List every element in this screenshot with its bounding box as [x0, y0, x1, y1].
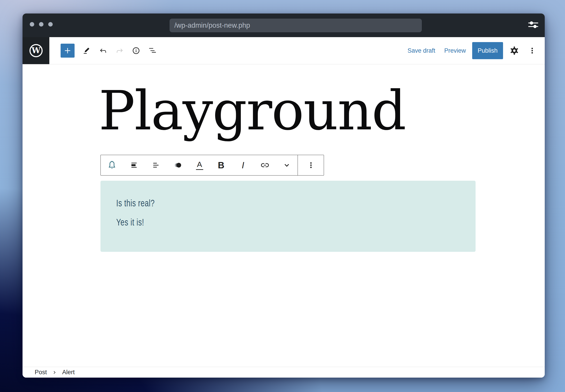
- pencil-icon: [82, 46, 91, 55]
- block-inserter-button[interactable]: [60, 44, 74, 58]
- highlight-color-icon: A: [196, 160, 203, 170]
- save-draft-button[interactable]: Save draft: [408, 47, 435, 54]
- editor-header-tools: [60, 37, 158, 64]
- window-minimize-dot[interactable]: [39, 22, 44, 27]
- link-icon: [259, 161, 270, 169]
- text-align-left-icon: [151, 161, 160, 170]
- block-options-button[interactable]: [298, 155, 324, 175]
- kebab-icon: [306, 161, 315, 170]
- window-zoom-dot[interactable]: [48, 22, 53, 27]
- post-title[interactable]: Playground: [99, 84, 406, 138]
- chevron-down-icon: [283, 161, 291, 169]
- svg-text:W: W: [31, 46, 41, 55]
- wordpress-logo-icon: W: [29, 44, 43, 58]
- alert-paragraph-2[interactable]: Yes it is!: [116, 216, 374, 228]
- align-none-button[interactable]: [123, 155, 145, 175]
- editor-header-actions: Save draft Preview Publish: [408, 37, 545, 64]
- breadcrumb-chevron-icon: [53, 371, 56, 374]
- undo-button[interactable]: [98, 45, 109, 56]
- more-rich-text-button[interactable]: [276, 155, 297, 175]
- redo-icon: [115, 46, 124, 55]
- text-align-button[interactable]: [145, 155, 167, 175]
- window-titlebar: /wp-admin/post-new.php: [23, 14, 545, 37]
- duotone-filter-button[interactable]: [167, 155, 189, 175]
- align-none-icon: [130, 161, 139, 170]
- highlight-color-button[interactable]: A: [189, 155, 210, 175]
- list-view-icon: [148, 46, 157, 55]
- alert-block-type-button[interactable]: [101, 155, 123, 175]
- settings-button[interactable]: [509, 45, 520, 56]
- redo-button[interactable]: [114, 45, 125, 56]
- tools-button[interactable]: [81, 45, 92, 56]
- window-close-dot[interactable]: [30, 22, 34, 27]
- sliders-icon-glyph: [527, 20, 539, 30]
- info-icon: [132, 46, 141, 55]
- gear-icon: [509, 46, 519, 56]
- list-view-button[interactable]: [147, 45, 158, 56]
- bold-icon: B: [218, 160, 224, 170]
- editor-canvas: Playground: [23, 64, 545, 367]
- breadcrumb-bar: Post Alert: [23, 367, 545, 378]
- browser-window: /wp-admin/post-new.php W: [23, 14, 545, 378]
- url-text: /wp-admin/post-new.php: [174, 21, 250, 29]
- editor-header: W: [23, 37, 545, 64]
- italic-button[interactable]: I: [232, 155, 254, 175]
- link-button[interactable]: [254, 155, 276, 175]
- details-button[interactable]: [131, 45, 141, 56]
- desktop-background: /wp-admin/post-new.php W: [0, 0, 565, 392]
- options-menu-button[interactable]: [527, 45, 537, 56]
- wordpress-logo[interactable]: W: [23, 37, 49, 64]
- breadcrumb-alert: Alert: [62, 369, 75, 376]
- alert-block[interactable]: Is this real? Yes it is!: [101, 181, 476, 252]
- preview-button[interactable]: Preview: [444, 47, 466, 54]
- italic-icon: I: [242, 160, 244, 170]
- plus-icon: [63, 46, 72, 55]
- duotone-icon: [173, 160, 182, 170]
- sliders-icon[interactable]: [527, 18, 539, 31]
- rich-text-controls: B I: [210, 155, 298, 175]
- alert-paragraph-1[interactable]: Is this real?: [116, 197, 374, 209]
- bold-button[interactable]: B: [210, 155, 232, 175]
- publish-button[interactable]: Publish: [472, 42, 503, 59]
- undo-icon: [99, 46, 108, 55]
- block-toolbar: A B I: [101, 155, 324, 176]
- url-bar[interactable]: /wp-admin/post-new.php: [170, 19, 422, 32]
- bell-icon: [106, 160, 117, 170]
- window-controls: [30, 22, 53, 27]
- kebab-icon: [528, 46, 537, 55]
- breadcrumb-post[interactable]: Post: [35, 369, 47, 376]
